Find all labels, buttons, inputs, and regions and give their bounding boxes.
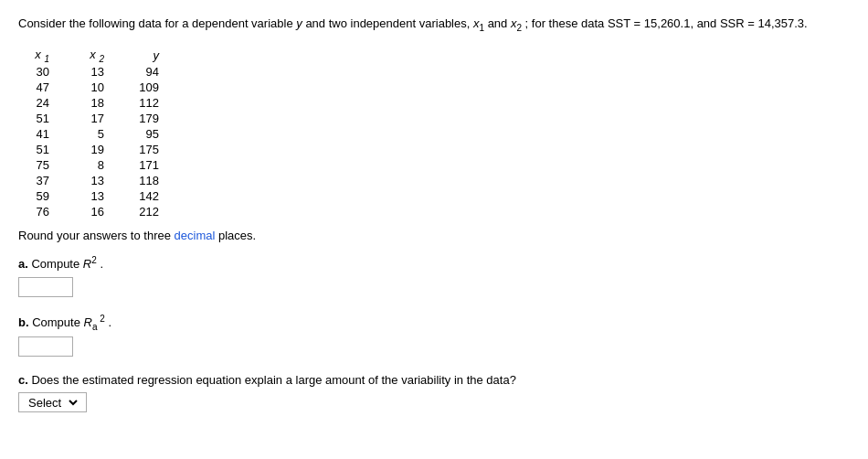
table-cell: 10 <box>77 80 132 95</box>
question-b-suffix: . <box>105 315 111 329</box>
table-cell: 59 <box>22 188 77 204</box>
table-cell: 13 <box>77 64 132 80</box>
table-cell: 17 <box>77 111 132 126</box>
decimal-link: decimal <box>175 229 216 242</box>
question-b-block: b. Compute Ra 2 . <box>18 314 850 358</box>
question-a-text: Compute <box>28 258 83 272</box>
table-row: 5913142 <box>22 188 186 204</box>
table-cell: 95 <box>132 126 186 142</box>
table-cell: 37 <box>22 173 77 188</box>
table-cell: 179 <box>132 111 186 126</box>
table-cell: 8 <box>77 157 132 173</box>
question-c-letter: c. <box>18 373 28 387</box>
col-header-x1: x 1 <box>22 47 77 65</box>
question-c-block: c. Does the estimated regression equatio… <box>18 373 850 412</box>
r-squared-input[interactable] <box>18 277 73 297</box>
table-cell: 109 <box>132 80 186 95</box>
suffix-text: ; for these data SST = 15,260.1, and SSR… <box>522 16 808 30</box>
table-cell: 30 <box>22 64 77 80</box>
table-body: 3013944710109241811251171794159551191757… <box>22 64 186 219</box>
table-cell: 212 <box>132 204 186 219</box>
question-b-text: Compute <box>29 315 84 329</box>
question-b-letter: b. <box>18 315 29 329</box>
table-row: 5117179 <box>22 111 186 126</box>
table-row: 758171 <box>22 157 186 173</box>
question-c-label: c. Does the estimated regression equatio… <box>18 373 850 387</box>
table-cell: 51 <box>22 111 77 126</box>
table-cell: 5 <box>77 126 132 142</box>
table-row: 7616212 <box>22 204 186 219</box>
table-row: 41595 <box>22 126 186 142</box>
table-cell: 175 <box>132 142 186 157</box>
table-row: 3713118 <box>22 173 186 188</box>
intro-text: Consider the following data for a depend… <box>18 16 296 30</box>
and2-text: and <box>484 16 511 30</box>
and-text: and two independent variables, <box>302 16 473 30</box>
table-cell: 16 <box>77 204 132 219</box>
question-b-sup: 2 <box>98 314 105 324</box>
table-row: 301394 <box>22 64 186 80</box>
table-row: 5119175 <box>22 142 186 157</box>
table-cell: 13 <box>77 173 132 188</box>
table-cell: 18 <box>77 95 132 111</box>
question-a-block: a. Compute R2 . <box>18 255 850 296</box>
table-cell: 47 <box>22 80 77 95</box>
table-row: 2418112 <box>22 95 186 111</box>
table-cell: 76 <box>22 204 77 219</box>
question-c-text: Does the estimated regression equation e… <box>28 373 516 387</box>
table-cell: 13 <box>77 188 132 204</box>
table-cell: 118 <box>132 173 186 188</box>
question-a-suffix: . <box>97 258 103 272</box>
variability-select[interactable]: SelectYesNo <box>25 395 80 411</box>
table-row: 4710109 <box>22 80 186 95</box>
problem-statement: Consider the following data for a depend… <box>18 15 850 36</box>
table-cell: 112 <box>132 95 186 111</box>
table-cell: 94 <box>132 64 186 80</box>
table-cell: 75 <box>22 157 77 173</box>
table-cell: 24 <box>22 95 77 111</box>
round-note: Round your answers to three decimal plac… <box>18 229 850 242</box>
table-cell: 142 <box>132 188 186 204</box>
r-a-squared-input[interactable] <box>18 336 73 357</box>
data-table: x 1 x 2 y 301394471010924181125117179415… <box>22 47 186 220</box>
question-b-var: R <box>84 315 92 329</box>
col-header-y: y <box>132 47 186 65</box>
question-b-label: b. Compute Ra 2 . <box>18 314 850 332</box>
table-cell: 51 <box>22 142 77 157</box>
question-a-letter: a. <box>18 258 28 272</box>
table-header-row: x 1 x 2 y <box>22 47 186 65</box>
table-cell: 19 <box>77 142 132 157</box>
question-a-var: R <box>83 258 91 272</box>
col-header-x2: x 2 <box>77 47 132 65</box>
table-cell: 41 <box>22 126 77 142</box>
question-a-label: a. Compute R2 . <box>18 255 850 271</box>
select-wrapper[interactable]: SelectYesNo <box>18 392 87 412</box>
table-cell: 171 <box>132 157 186 173</box>
